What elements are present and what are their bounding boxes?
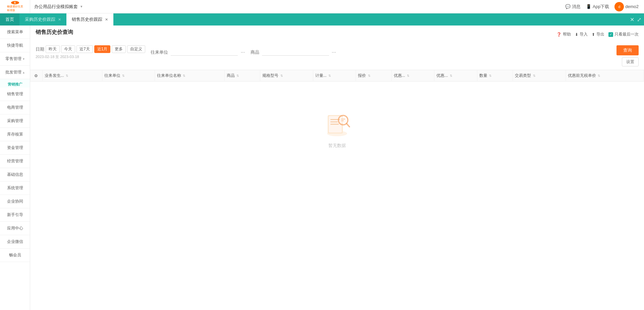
export-icon: ⬆: [592, 32, 595, 37]
sidebar-item-member[interactable]: 畅会员: [0, 249, 30, 262]
export-button[interactable]: ⬆ 导出: [592, 32, 604, 37]
tab-purchase-close-icon[interactable]: ✕: [58, 17, 61, 22]
goods-filter-dots-icon[interactable]: ···: [332, 49, 336, 55]
sales-mgmt-label: 销售管理: [7, 91, 23, 97]
sidebar-item-retail-mgmt[interactable]: 零售管理 ▾: [0, 52, 30, 66]
sidebar-section-marketing: 营销推广: [0, 79, 30, 88]
table-col-partner-code[interactable]: 往来单位 ⇅: [102, 70, 155, 82]
help-button[interactable]: ❓ 帮助: [556, 32, 571, 37]
import-button[interactable]: ⬇ 导入: [575, 32, 588, 37]
date-btn-more[interactable]: 更多: [112, 45, 126, 53]
unit-filter: 往来单位 ···: [151, 49, 245, 56]
tab-sales-close-icon[interactable]: ✕: [105, 17, 108, 22]
empty-state-icon: [320, 108, 354, 139]
filter-left: 日期 昨天 今天 近7天 近1月 更多 自定义 2023-02-18 至 202…: [36, 45, 616, 59]
main-layout: 搜索菜单 快捷导航 零售管理 ▾ 批发管理 ▴ 营销推广 销售管理 电商管理 采…: [0, 25, 644, 310]
date-btn-custom[interactable]: 自定义: [127, 45, 145, 53]
tab-actions: ✕ ⤢: [630, 13, 644, 25]
sidebar-item-basic-info[interactable]: 基础信息: [0, 168, 30, 182]
app-download-button[interactable]: 📱 App下载: [586, 4, 609, 10]
logo-icon: 6: [11, 1, 19, 4]
table-col-pre-tax-price[interactable]: 优惠前无税单价 ⇅: [566, 70, 644, 82]
date-btn-yesterday[interactable]: 昨天: [46, 45, 60, 53]
expand-tab-icon[interactable]: ⤢: [637, 16, 641, 23]
retail-mgmt-arrow-icon: ▾: [23, 57, 24, 61]
enterprise-wechat-label: 企业微信: [7, 239, 23, 245]
header-middle: 办公用品行业模拟账套 ▾: [30, 4, 565, 10]
sidebar-item-inventory[interactable]: 库存核算: [0, 128, 30, 141]
goods-filter-input[interactable]: [262, 49, 329, 56]
user-profile[interactable]: d demo2: [614, 2, 639, 11]
empty-state: 暂无数据: [30, 82, 644, 175]
sidebar-item-enterprise-wechat[interactable]: 企业微信: [0, 235, 30, 249]
table-col-gear[interactable]: ⚙: [30, 70, 42, 82]
date-range-text: 2023-02-18 至 2023-03-18: [36, 54, 145, 59]
table-col-qty[interactable]: 数量 ⇅: [477, 70, 513, 82]
svg-rect-10: [341, 120, 344, 121]
filter-right: 查询 设置: [616, 45, 639, 66]
sort-icon-goods: ⇅: [236, 74, 239, 78]
search-menu-label: 搜索菜单: [7, 29, 23, 35]
tab-sales-history[interactable]: 销售历史价跟踪 ✕: [66, 13, 113, 25]
sidebar-item-search-menu[interactable]: 搜索菜单: [0, 25, 30, 39]
sidebar-item-business-mgmt[interactable]: 经营管理: [0, 155, 30, 168]
sort-icon-biz-date: ⇅: [66, 74, 68, 78]
table-col-trade-type[interactable]: 交易类型 ⇅: [513, 70, 566, 82]
user-avatar: d: [614, 2, 624, 11]
table-header: ⚙ 业务发生... ⇅ 往来单位 ⇅ 往来单位名称 ⇅: [30, 70, 644, 82]
sidebar-item-quick-nav[interactable]: 快捷导航: [0, 39, 30, 52]
table-col-goods[interactable]: 商品 ⇅: [225, 70, 260, 82]
query-button[interactable]: 查询: [616, 45, 639, 55]
app-download-icon: 📱: [586, 4, 591, 9]
sort-icon-discount2: ⇅: [450, 74, 452, 78]
wholesale-mgmt-arrow-icon: ▴: [23, 70, 24, 74]
logo-section: 6 畅捷通好生意 标准版: [0, 0, 30, 13]
goods-filter-label: 商品: [251, 49, 259, 55]
sidebar-item-enterprise-collab[interactable]: 企业协同: [0, 195, 30, 208]
svg-rect-9: [341, 119, 345, 119]
quick-nav-label: 快捷导航: [7, 43, 23, 48]
newbie-guide-label: 新手引导: [7, 212, 23, 218]
svg-point-7: [340, 117, 346, 123]
sort-icon-unit: ⇅: [328, 74, 331, 78]
app-name-dropdown-icon[interactable]: ▾: [80, 4, 83, 9]
sidebar-item-sales-mgmt[interactable]: 销售管理: [0, 88, 30, 101]
tab-purchase-history[interactable]: 采购历史价跟踪 ✕: [19, 13, 66, 25]
purchase-mgmt-label: 采购管理: [7, 118, 23, 124]
table-col-partner-name[interactable]: 往来单位名称 ⇅: [155, 70, 225, 82]
help-icon: ❓: [556, 32, 561, 37]
sort-icon-pre-tax-price: ⇅: [598, 74, 600, 78]
empty-state-text: 暂无数据: [328, 143, 346, 149]
tab-home[interactable]: 首页: [0, 13, 19, 25]
table-col-spec[interactable]: 规格型号 ⇅: [260, 70, 313, 82]
unit-filter-input[interactable]: [171, 49, 238, 56]
system-mgmt-label: 系统管理: [7, 185, 23, 191]
sidebar-item-ecommerce-mgmt[interactable]: 电商管理: [0, 101, 30, 114]
sidebar-item-system-mgmt[interactable]: 系统管理: [0, 182, 30, 195]
table-col-unit[interactable]: 计量... ⇅: [313, 70, 356, 82]
close-all-tabs-icon[interactable]: ✕: [630, 16, 634, 23]
sort-icon-discount1: ⇅: [407, 74, 410, 78]
table-col-discount1[interactable]: 优惠... ⇅: [391, 70, 434, 82]
settings-button[interactable]: 设置: [622, 57, 639, 66]
sidebar-item-purchase-mgmt[interactable]: 采购管理: [0, 114, 30, 128]
only-last-label: 只看最后一次: [614, 32, 639, 37]
sidebar-item-app-center[interactable]: 应用中心: [0, 222, 30, 235]
date-btn-7days[interactable]: 近7天: [76, 45, 93, 53]
table-col-discount2[interactable]: 优惠... ⇅: [434, 70, 477, 82]
unit-filter-dots-icon[interactable]: ···: [240, 49, 245, 55]
sidebar-item-wholesale-mgmt[interactable]: 批发管理 ▴: [0, 66, 30, 79]
tab-purchase-label: 采购历史价跟踪: [25, 16, 55, 22]
sidebar-item-finance-mgmt[interactable]: 资金管理: [0, 141, 30, 155]
message-button[interactable]: 💬 消息: [565, 4, 581, 10]
svg-line-8: [346, 123, 350, 127]
table-col-quote[interactable]: 报价 ⇅: [356, 70, 391, 82]
date-btn-today[interactable]: 今天: [61, 45, 75, 53]
table-col-biz-date[interactable]: 业务发生... ⇅: [42, 70, 102, 82]
sidebar-item-newbie-guide[interactable]: 新手引导: [0, 208, 30, 222]
only-last-checkbox[interactable]: ✓: [608, 32, 613, 37]
basic-info-label: 基础信息: [7, 172, 23, 177]
only-last-checkbox-group[interactable]: ✓ 只看最后一次: [608, 32, 639, 37]
retail-mgmt-label: 零售管理: [5, 56, 21, 62]
date-btn-1month[interactable]: 近1月: [94, 45, 111, 53]
